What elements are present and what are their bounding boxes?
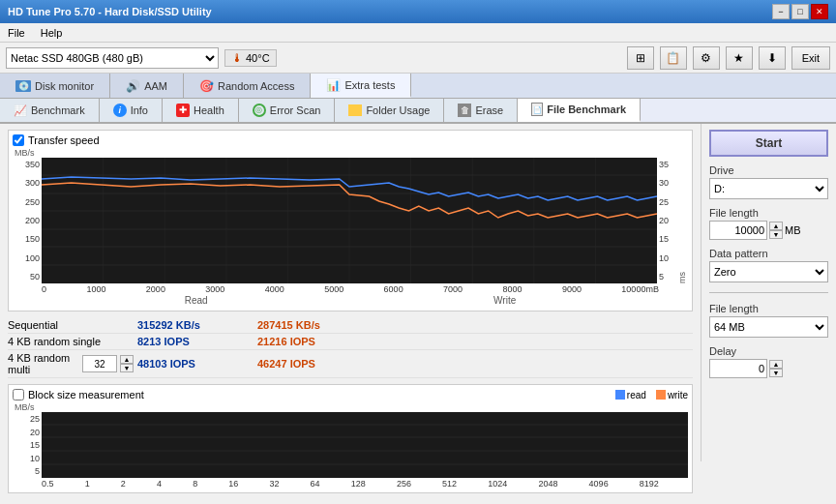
stats-row-4kb-single: 4 KB random single 8213 IOPS 21216 IOPS [8, 334, 693, 350]
multi-spinners: ▲ ▼ [120, 355, 134, 372]
file-length2-select[interactable]: 64 MB128 MB256 MB [709, 316, 828, 338]
temp-value: 40°C [246, 52, 270, 64]
random-access-icon: 🎯 [199, 79, 214, 93]
drive-select[interactable]: Netac SSD 480GB (480 gB) [6, 47, 219, 69]
block-chart-wrapper: 25 20 15 10 5 [13, 412, 688, 478]
aam-icon: 🔊 [126, 79, 140, 93]
file-length-group: File length ▲ ▼ MB [709, 207, 828, 240]
file-length2-group: File length 64 MB128 MB256 MB [709, 303, 828, 338]
delay-input-row: ▲ ▼ [709, 359, 828, 378]
block-chart-svg-area [42, 412, 688, 478]
health-icon: ✚ [176, 104, 190, 117]
delay-spinners: ▲ ▼ [769, 360, 783, 377]
transfer-speed-label: Transfer speed [28, 134, 100, 146]
4kb-single-read: 8213 IOPS [137, 336, 254, 347]
toolbar-btn-2[interactable]: 📋 [660, 46, 687, 70]
menu-file[interactable]: File [4, 26, 29, 40]
toolbar-btn-3[interactable]: ⚙ [693, 46, 720, 70]
tab1-extra-tests[interactable]: 📊 Extra tests [311, 74, 411, 98]
benchmark-chart-svg [42, 158, 657, 283]
main-content: Transfer speed MB/s 350 300 250 200 150 … [0, 124, 836, 461]
app-title: HD Tune Pro 5.70 - Hard Disk/SSD Utility [8, 6, 212, 17]
legend-write-label: write [668, 390, 688, 400]
tab2-error-scan[interactable]: ◎ Error Scan [239, 99, 336, 122]
tab2-info-label: Info [131, 104, 148, 116]
tab1-disk-monitor[interactable]: 💿 Disk monitor [0, 74, 110, 98]
write-label: Write [493, 295, 516, 306]
file-length-spin-up[interactable]: ▲ [769, 222, 783, 230]
tab2-benchmark-label: Benchmark [31, 104, 85, 116]
file-length-spin-down[interactable]: ▼ [769, 230, 783, 239]
sequential-label: Sequential [8, 319, 134, 331]
legend-write-color [656, 390, 666, 400]
tab2-info[interactable]: i Info [100, 99, 163, 122]
right-panel: Start Drive D:C:E: File length ▲ ▼ MB Da… [701, 124, 836, 461]
tab2-benchmark[interactable]: 📈 Benchmark [0, 99, 100, 122]
delay-spin-up[interactable]: ▲ [769, 360, 783, 369]
drive-panel-label: Drive [709, 164, 828, 176]
tab2-file-benchmark-label: File Benchmark [547, 104, 626, 115]
block-x-axis: 0.5 1 2 4 8 16 32 64 128 256 512 1024 20… [13, 478, 688, 489]
tab2-error-scan-label: Error Scan [270, 104, 321, 116]
block-y-axis: 25 20 15 10 5 [13, 412, 42, 478]
transfer-section: Transfer speed MB/s 350 300 250 200 150 … [8, 130, 693, 311]
legend-read: read [615, 390, 646, 400]
start-button[interactable]: Start [709, 130, 828, 157]
folder-icon [348, 104, 362, 116]
ms-label: ms [676, 158, 688, 283]
chart-svg-area [42, 158, 657, 283]
block-size-checkbox[interactable] [13, 389, 24, 400]
data-pattern-group: Data pattern ZeroRandom0xFF [709, 248, 828, 282]
title-bar: HD Tune Pro 5.70 - Hard Disk/SSD Utility… [0, 0, 836, 23]
minimize-button[interactable]: − [772, 4, 790, 19]
tabs-row2: 📈 Benchmark i Info ✚ Health ◎ Error Scan… [0, 99, 836, 124]
divider [709, 292, 828, 293]
tabs-row1: 💿 Disk monitor 🔊 AAM 🎯 Random Access 📊 E… [0, 74, 836, 99]
4kb-single-label: 4 KB random single [8, 336, 134, 347]
stats-row-sequential: Sequential 315292 KB/s 287415 KB/s [8, 317, 693, 334]
file-length-input[interactable] [709, 221, 767, 240]
drive-panel-select[interactable]: D:C:E: [709, 178, 828, 199]
4kb-multi-read: 48103 IOPS [137, 358, 254, 370]
tab1-random-access[interactable]: 🎯 Random Access [184, 74, 311, 98]
tab2-file-benchmark[interactable]: 📄 File Benchmark [518, 99, 641, 122]
toolbar-btn-4[interactable]: ★ [726, 46, 753, 70]
tab1-random-access-label: Random Access [218, 80, 294, 92]
chart-wrapper: 350 300 250 200 150 100 50 [13, 158, 688, 283]
multi-queue-depth-input[interactable] [82, 355, 117, 372]
stats-row-4kb-multi: 4 KB random multi ▲ ▼ 48103 IOPS 46247 I… [8, 350, 693, 378]
thermometer-icon: 🌡 [231, 51, 243, 65]
menu-help[interactable]: Help [37, 26, 67, 40]
data-pattern-label: Data pattern [709, 248, 828, 259]
data-pattern-select[interactable]: ZeroRandom0xFF [709, 261, 828, 282]
transfer-speed-checkbox[interactable] [13, 134, 24, 146]
menu-bar: File Help [0, 23, 836, 43]
y-axis-right: 35 30 25 20 15 10 5 [657, 158, 676, 283]
left-panel: Transfer speed MB/s 350 300 250 200 150 … [0, 124, 701, 461]
tab1-disk-monitor-label: Disk monitor [35, 80, 94, 92]
file-length-spinners: ▲ ▼ [769, 222, 783, 239]
toolbar-btn-5[interactable]: ⬇ [759, 46, 786, 70]
maximize-button[interactable]: □ [791, 4, 809, 19]
close-button[interactable]: ✕ [811, 4, 828, 19]
tab1-aam[interactable]: 🔊 AAM [110, 74, 184, 98]
spin-up-button[interactable]: ▲ [120, 355, 134, 364]
toolbar-btn-1[interactable]: ⊞ [627, 46, 654, 70]
error-scan-icon: ◎ [253, 104, 266, 117]
4kb-multi-label: 4 KB random multi ▲ ▼ [8, 352, 134, 375]
svg-rect-16 [42, 412, 688, 478]
tab2-folder-usage-label: Folder Usage [366, 104, 430, 116]
legend-read-color [615, 390, 625, 400]
exit-button[interactable]: Exit [791, 46, 830, 70]
delay-spin-down[interactable]: ▼ [769, 369, 783, 377]
block-section: Block size measurement read write MB/s 2… [8, 384, 693, 493]
drive-group: Drive D:C:E: [709, 164, 828, 199]
tab2-erase[interactable]: 🗑 Erase [444, 99, 518, 122]
tab2-folder-usage[interactable]: Folder Usage [335, 99, 444, 122]
spin-down-button[interactable]: ▼ [120, 364, 134, 372]
chart-unit-label: MB/s [13, 148, 688, 158]
delay-input[interactable] [709, 359, 767, 378]
file-benchmark-icon: 📄 [531, 103, 543, 116]
file-length2-label: File length [709, 303, 828, 314]
tab2-health[interactable]: ✚ Health [163, 99, 239, 122]
